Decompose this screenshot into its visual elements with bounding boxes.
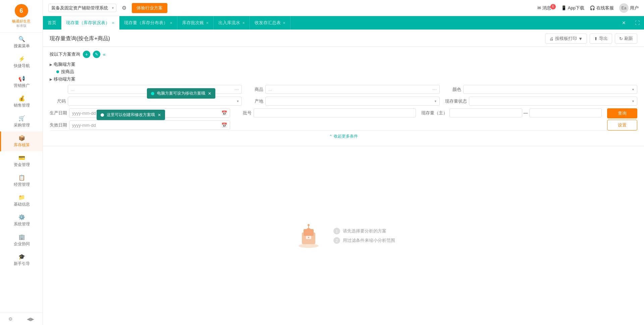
- sidebar-item-finance[interactable]: 💳 资金管理: [0, 151, 43, 171]
- tab-summary-close[interactable]: ✕: [283, 21, 285, 25]
- tab-stock-dist-label: 现存量（库存分布表）: [124, 20, 168, 26]
- print-btn[interactable]: 🖨 按模板打印 ▼: [545, 34, 587, 44]
- goods-input[interactable]: ... ⋯: [265, 85, 439, 94]
- user-btn[interactable]: Ea 用户: [619, 3, 639, 13]
- sidebar-item-search[interactable]: 🔍 搜索菜单: [0, 33, 43, 52]
- expire-date-input[interactable]: yyyy-mm-dd 📅: [69, 120, 230, 130]
- sidebar-item-purchase[interactable]: 🛒 采购管理: [0, 112, 43, 131]
- refresh-label: 刷新: [624, 36, 633, 42]
- search-btn[interactable]: 查询: [607, 108, 637, 118]
- step-num-2: 2: [333, 237, 340, 244]
- origin-field: 产地: [247, 97, 439, 106]
- stock-main-to[interactable]: [529, 108, 602, 117]
- collapse-sidebar-btn[interactable]: ◀▶: [27, 316, 34, 322]
- tab-stock-dist[interactable]: 现存量（库存分布表） ✕: [119, 16, 177, 30]
- empty-steps: 1 请先选择要分析的方案 2 用过滤条件来缩小分析范围: [333, 228, 395, 244]
- tab-summary[interactable]: 收发存汇总表 ✕: [250, 16, 290, 30]
- sidebar-item-quick-nav[interactable]: ⚡ 快捷导航: [0, 52, 43, 72]
- tooltip2-close[interactable]: ✕: [158, 113, 161, 117]
- tab-batch-close[interactable]: ✕: [206, 21, 209, 25]
- mobile-scheme-item[interactable]: ▶ 移动端方案: [50, 76, 637, 82]
- sidebar-item-enterprise[interactable]: 🏢 企业协同: [0, 230, 43, 250]
- tab-home[interactable]: 首页: [43, 16, 61, 30]
- desktop-scheme-children: 按商品: [56, 69, 637, 75]
- refresh-btn[interactable]: ↻ 刷新: [615, 34, 637, 44]
- user-label: 用户: [630, 5, 639, 11]
- message-btn[interactable]: ✉ 消息 6: [537, 5, 556, 11]
- system-selector[interactable]: 装备及固定资产辅助管理系统: [48, 4, 116, 12]
- export-btn[interactable]: ⬆ 导出: [590, 34, 612, 44]
- sidebar: 6 畅通好生意 标准版 🔍 搜索菜单 ⚡ 快捷导航 📢 营销推广 💰 销售管理 …: [0, 0, 43, 325]
- stock-main-from[interactable]: [449, 108, 522, 117]
- tab-fullscreen-btn[interactable]: ⛶: [631, 16, 644, 30]
- collapse-bar[interactable]: ⌃ 收起更多条件: [50, 130, 637, 142]
- stock-range-sep: —: [524, 110, 528, 115]
- settings-bottom-btn[interactable]: ⚙: [8, 316, 13, 322]
- sidebar-item-label: 企业协同: [14, 241, 30, 247]
- origin-label: 产地: [247, 98, 263, 104]
- sidebar-item-label: 采购管理: [14, 122, 30, 128]
- empty-step-1: 1 请先选择要分析的方案: [333, 228, 395, 234]
- tooltip1-text: 电脑方案可设为移动方案哦: [157, 91, 205, 96]
- origin-select[interactable]: [265, 97, 439, 106]
- tab-close-all-btn[interactable]: ✕: [617, 16, 631, 30]
- color-select[interactable]: [463, 85, 637, 94]
- stock-main-range: —: [449, 108, 602, 117]
- tab-inout-close[interactable]: ✕: [242, 21, 245, 25]
- desktop-scheme-label: 电脑端方案: [54, 61, 75, 67]
- reset-btn[interactable]: 设置: [607, 120, 637, 130]
- sidebar-item-basic-info[interactable]: 📁 基础信息: [0, 191, 43, 211]
- goods-scheme-item[interactable]: 按商品: [56, 69, 637, 75]
- sidebar-item-inventory[interactable]: 📦 库存核算: [0, 131, 43, 151]
- filter-back-btn[interactable]: «: [103, 52, 106, 57]
- guide-icon: 🎓: [18, 254, 25, 260]
- basic-info-icon: 📁: [18, 194, 25, 201]
- sidebar-item-label: 库存核算: [14, 142, 30, 148]
- stock-status-select-wrapper: [469, 97, 637, 106]
- empty-state: 1 请先选择要分析的方案 2 用过滤条件来缩小分析范围: [43, 146, 644, 325]
- sidebar-item-operation[interactable]: 📋 经营管理: [0, 171, 43, 191]
- print-icon: 🖨: [549, 36, 554, 41]
- empty-step-2: 2 用过滤条件来缩小分析范围: [333, 237, 395, 244]
- stock-main-field: 现存量（主） —: [421, 108, 602, 117]
- step-num-1: 1: [333, 228, 340, 234]
- system-select[interactable]: 装备及固定资产辅助管理系统: [48, 4, 116, 12]
- tab-inout[interactable]: 出入库流水 ✕: [214, 16, 250, 30]
- online-support-btn[interactable]: 🎧 在线客服: [590, 5, 614, 11]
- app-download-btn[interactable]: 📱 App下载: [561, 5, 584, 11]
- operation-icon: 📋: [18, 174, 25, 181]
- support-label: 在线客服: [596, 5, 614, 11]
- stock-main-label: 现存量（主）: [421, 110, 447, 116]
- avatar: Ea: [619, 3, 629, 13]
- desktop-scheme-item[interactable]: ▶ 电脑端方案: [50, 61, 637, 67]
- system-icon: ⚙️: [18, 214, 25, 220]
- sidebar-item-label: 新手引导: [14, 261, 30, 267]
- logo-text: 畅通好生意: [12, 19, 31, 23]
- tab-stock-status[interactable]: 现存量（库存状况表） ✕: [61, 16, 119, 30]
- sidebar-item-label: 销售管理: [14, 103, 30, 108]
- sidebar-item-label: 营销推广: [14, 83, 30, 89]
- color-label: 颜色: [445, 87, 461, 93]
- settings-gear-icon[interactable]: ⚙: [122, 5, 126, 11]
- expire-date-field: 失效日期 yyyy-mm-dd 📅: [50, 120, 230, 130]
- filter-row-2: 尺码 产地 现存量状态: [50, 97, 637, 106]
- filter-label: 按以下方案查询: [50, 51, 80, 57]
- origin-select-wrapper: [265, 97, 439, 106]
- sidebar-item-guide[interactable]: 🎓 新手引导: [0, 250, 43, 270]
- tab-stock-dist-close[interactable]: ✕: [170, 21, 172, 25]
- sidebar-item-sales[interactable]: 💰 销售管理: [0, 92, 43, 112]
- sidebar-item-marketing[interactable]: 📢 营销推广: [0, 72, 43, 92]
- experience-btn[interactable]: 体验行业方案: [132, 3, 167, 13]
- stock-status-select[interactable]: [469, 97, 637, 106]
- sidebar-item-system[interactable]: ⚙️ 系统管理: [0, 211, 43, 230]
- tab-stock-status-close[interactable]: ✕: [112, 21, 114, 25]
- stock-status-label: 现存量状态: [445, 98, 467, 104]
- tooltip1-close[interactable]: ✕: [208, 91, 211, 96]
- headset-icon: 🎧: [590, 5, 595, 10]
- tooltip2-dot: [101, 113, 104, 117]
- scheme-list: ▶ 电脑端方案 按商品 ▶ 移动端方案: [50, 61, 637, 82]
- tab-batch[interactable]: 库存批次账 ✕: [177, 16, 214, 30]
- batch-input[interactable]: [254, 108, 416, 117]
- filter-add-btn[interactable]: +: [83, 51, 90, 58]
- filter-edit-btn[interactable]: ✎: [93, 51, 100, 58]
